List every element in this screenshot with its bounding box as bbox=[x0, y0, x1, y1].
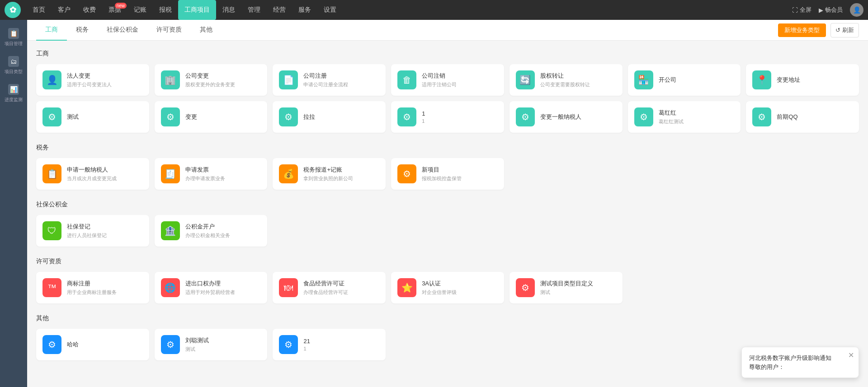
card-name: 测试项目类型目定义 bbox=[540, 280, 616, 288]
nav-item-工商项目[interactable]: 工商项目 bbox=[178, 0, 216, 20]
card-name: 开公司 bbox=[659, 76, 735, 84]
card-申请一般纳税人[interactable]: 📋 申请一般纳税人 当月或次月成变更完成 bbox=[36, 158, 149, 190]
card-text: 食品经营许可证 办理食品经营许可证 bbox=[303, 280, 379, 296]
card-新项目[interactable]: ⚙ 新项目 报税加税控盘保管 bbox=[391, 158, 504, 190]
top-navigation: ✿ 首页客户收费票据new记账报税工商项目消息管理经营服务设置 ⛶ 全屏 ▶ 畅… bbox=[0, 0, 868, 20]
sidebar-item-进度监测[interactable]: 📊进度监测 bbox=[1, 80, 26, 107]
card-desc: 拿到营业执照的新公司 bbox=[303, 175, 379, 182]
card-变更一般纳税人[interactable]: ⚙ 变更一般纳税人 bbox=[509, 101, 623, 133]
card-1[interactable]: ⚙ 1 1 bbox=[391, 101, 504, 133]
card-icon: 📄 bbox=[279, 70, 298, 89]
card-变更[interactable]: ⚙ 变更 bbox=[155, 101, 268, 133]
nav-item-经营[interactable]: 经营 bbox=[267, 0, 292, 20]
card-name: 3A认证 bbox=[422, 280, 498, 288]
card-name: 商标注册 bbox=[67, 280, 143, 288]
card-icon: 💰 bbox=[279, 164, 298, 183]
card-name: 税务报道+记账 bbox=[303, 166, 379, 174]
nav-item-票据[interactable]: 票据new bbox=[102, 0, 127, 20]
card-desc: 1 bbox=[422, 118, 498, 124]
card-icon: ⚙ bbox=[42, 107, 61, 126]
card-text: 新项目 报税加税控盘保管 bbox=[422, 166, 498, 182]
card-税务报道+记账[interactable]: 💰 税务报道+记账 拿到营业执照的新公司 bbox=[273, 158, 386, 190]
card-葛红红[interactable]: ⚙ 葛红红 葛红红测试 bbox=[628, 101, 741, 133]
nav-item-客户[interactable]: 客户 bbox=[52, 0, 77, 20]
shebao-card-grid: 🛡 社保登记 进行人员社保登记 🏦 公积金开户 办理公积金相关业务 bbox=[36, 215, 859, 247]
sub-tabs-left: 工商税务社保公积金许可资质其他 bbox=[36, 20, 222, 41]
fullscreen-button[interactable]: ⛶ 全屏 bbox=[792, 6, 811, 14]
card-desc: 对企业信誉评级 bbox=[422, 289, 498, 296]
card-name: 葛红红 bbox=[659, 109, 735, 117]
avatar[interactable]: 👤 bbox=[850, 3, 863, 17]
nav-item-记账[interactable]: 记账 bbox=[127, 0, 153, 20]
qita-card-grid: ⚙ 哈哈 ⚙ 刘聪测试 测试 ⚙ 21 1 bbox=[36, 329, 859, 360]
card-哈哈[interactable]: ⚙ 哈哈 bbox=[36, 329, 149, 360]
card-公司变更[interactable]: 🏢 公司变更 股权变更外的业务变更 bbox=[155, 64, 268, 96]
card-测试[interactable]: ⚙ 测试 bbox=[36, 101, 149, 133]
card-21[interactable]: ⚙ 21 1 bbox=[273, 329, 386, 360]
card-社保登记[interactable]: 🛡 社保登记 进行人员社保登记 bbox=[36, 215, 149, 247]
nav-item-服务[interactable]: 服务 bbox=[292, 0, 317, 20]
card-icon: ⚙ bbox=[42, 335, 61, 354]
sub-tab-工商[interactable]: 工商 bbox=[36, 20, 67, 41]
card-icon: 🛡 bbox=[42, 221, 61, 240]
card-股权转让[interactable]: 🔄 股权转让 公司变更需要股权转让 bbox=[509, 64, 623, 96]
card-icon: ⚙ bbox=[279, 107, 298, 126]
card-icon: 👤 bbox=[42, 70, 61, 89]
card-name: 股权转让 bbox=[540, 72, 616, 80]
sidebar-icon: 📋 bbox=[8, 28, 19, 39]
sub-tab-税务[interactable]: 税务 bbox=[67, 20, 98, 41]
gongshang-card-grid: 👤 法人变更 适用于公司变更法人 🏢 公司变更 股权变更外的业务变更 📄 公司注… bbox=[36, 64, 859, 133]
notification-close-button[interactable]: ✕ bbox=[848, 351, 854, 359]
nav-item-设置[interactable]: 设置 bbox=[317, 0, 343, 20]
card-text: 进出口权办理 适用于对外贸易经营者 bbox=[185, 280, 261, 296]
card-拉拉[interactable]: ⚙ 拉拉 bbox=[273, 101, 386, 133]
card-公司注销[interactable]: 🗑 公司注销 适用于注销公司 bbox=[391, 64, 504, 96]
nav-item-消息[interactable]: 消息 bbox=[216, 0, 241, 20]
sub-tab-其他[interactable]: 其他 bbox=[191, 20, 222, 41]
card-食品经营许可证[interactable]: 🍽 食品经营许可证 办理食品经营许可证 bbox=[273, 272, 386, 303]
card-name: 变更 bbox=[185, 113, 261, 121]
member-button[interactable]: ▶ 畅会员 bbox=[819, 6, 843, 14]
card-进出口权办理[interactable]: 🌐 进出口权办理 适用于对外贸易经营者 bbox=[155, 272, 268, 303]
nav-item-收费[interactable]: 收费 bbox=[77, 0, 102, 20]
section-gongshang-title: 工商 bbox=[36, 50, 859, 58]
card-name: 公司变更 bbox=[185, 72, 261, 80]
card-公司注册[interactable]: 📄 公司注册 申请公司注册全流程 bbox=[273, 64, 386, 96]
sub-tab-许可资质[interactable]: 许可资质 bbox=[147, 20, 191, 41]
sidebar-item-项目类型[interactable]: 🗂项目类型 bbox=[1, 52, 26, 79]
card-开公司[interactable]: 🏪 开公司 bbox=[628, 64, 741, 96]
logo[interactable]: ✿ bbox=[5, 2, 21, 18]
section-xuke-title: 许可资质 bbox=[36, 257, 859, 266]
card-icon: ⚙ bbox=[397, 164, 416, 183]
card-前期QQ[interactable]: ⚙ 前期QQ bbox=[746, 101, 859, 133]
card-测试项目类型目定义[interactable]: ⚙ 测试项目类型目定义 测试 bbox=[509, 272, 623, 303]
card-商标注册[interactable]: ™ 商标注册 用于企业商标注册服务 bbox=[36, 272, 149, 303]
nav-item-报税[interactable]: 报税 bbox=[153, 0, 178, 20]
card-text: 股权转让 公司变更需要股权转让 bbox=[540, 72, 616, 88]
card-text: 公积金开户 办理公积金相关业务 bbox=[185, 223, 261, 239]
card-icon: ⚙ bbox=[516, 107, 535, 126]
card-desc: 进行人员社保登记 bbox=[67, 232, 143, 239]
nav-item-管理[interactable]: 管理 bbox=[241, 0, 267, 20]
card-公积金开户[interactable]: 🏦 公积金开户 办理公积金相关业务 bbox=[155, 215, 268, 247]
sidebar-item-项目管理[interactable]: 📋项目管理 bbox=[1, 24, 26, 51]
card-text: 商标注册 用于企业商标注册服务 bbox=[67, 280, 143, 296]
refresh-button[interactable]: ↺ 刷新 bbox=[830, 23, 859, 37]
card-变更地址[interactable]: 📍 变更地址 bbox=[746, 64, 859, 96]
card-申请发票[interactable]: 🧾 申请发票 办理申请发票业务 bbox=[155, 158, 268, 190]
nav-item-首页[interactable]: 首页 bbox=[26, 0, 52, 20]
card-text: 21 1 bbox=[303, 338, 379, 351]
section-shebao-title: 社保公积金 bbox=[36, 200, 859, 209]
card-icon: ⚙ bbox=[752, 107, 771, 126]
sub-tab-社保公积金[interactable]: 社保公积金 bbox=[98, 20, 147, 41]
card-3A认证[interactable]: ⭐ 3A认证 对企业信誉评级 bbox=[391, 272, 504, 303]
add-business-type-button[interactable]: 新增业务类型 bbox=[778, 23, 826, 37]
card-name: 进出口权办理 bbox=[185, 280, 261, 288]
card-text: 税务报道+记账 拿到营业执照的新公司 bbox=[303, 166, 379, 182]
card-刘聪测试[interactable]: ⚙ 刘聪测试 测试 bbox=[155, 329, 268, 360]
card-法人变更[interactable]: 👤 法人变更 适用于公司变更法人 bbox=[36, 64, 149, 96]
card-name: 21 bbox=[303, 338, 379, 345]
card-desc: 适用于公司变更法人 bbox=[67, 81, 143, 88]
card-desc: 公司变更需要股权转让 bbox=[540, 81, 616, 88]
card-icon: ⚙ bbox=[161, 335, 180, 354]
